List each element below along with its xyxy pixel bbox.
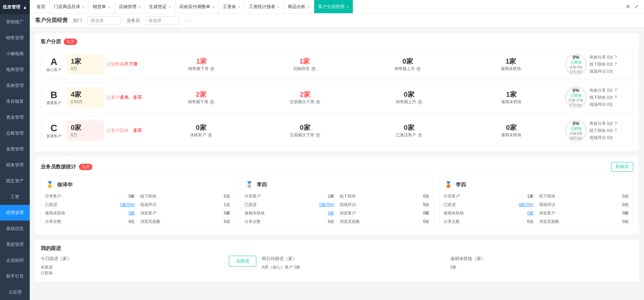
tier-B-circle: 0% 已联络 计划 17次 (7天/次) (565, 87, 587, 108)
tier-grid: A 核心客户 1家 0万 让销售额不下滑 1家 销售额下滑 ? (41, 49, 633, 146)
follow-section: 我的跟进 今日跟进（家） 未跟进 已联络 去跟进 明日待跟进（家） A类（核心）… (35, 240, 639, 281)
staff-stats-grid-1: 分管客户 1家 线下联络 0次 已跟进 0家(0%) 现场拜访 (244, 193, 430, 225)
more-options-icon[interactable]: ··· (185, 17, 192, 24)
tier-A-action: 让销售额不下滑 (107, 61, 147, 67)
sidebar-header[interactable]: 批发管理 ▲ (0, 0, 30, 14)
go-follow-button[interactable]: 去跟进 (229, 256, 256, 267)
expand-icon[interactable]: ⤢ (634, 3, 639, 10)
tier-B-action: 让客户多来、多买 (107, 94, 147, 100)
stat-activated-C[interactable]: 0家 已激活客户 ? (395, 123, 423, 138)
tier-C-count: 0家 0万 (67, 120, 104, 141)
tier-C-right-info: 有效分享 0次 ? 线下联络 0次 ? 现场拜访 0次 (589, 121, 630, 141)
tomorrow-follow-content: A类（核心）客户 0家 (262, 264, 445, 270)
stat-freq-drop-B[interactable]: 2家 交易频次下滑 ? (290, 90, 320, 105)
staff-stats-badge: 九月 (79, 164, 92, 170)
tab-store-manage[interactable]: 店铺管理 × (115, 0, 145, 14)
tab-bar: 首页 门店商品目录 × 销货单 × 店铺管理 × 生成凭证 × 应收应付调整单 … (30, 0, 644, 14)
staff-stat-overdue-2: 逾期未联络 0家 (444, 210, 533, 216)
sidebar-item-finance[interactable]: 资金管理 (0, 110, 30, 125)
sidebar-item-tax[interactable]: 税务管理 (0, 157, 30, 173)
tab-close-sales-order[interactable]: × (108, 5, 110, 9)
follow-grid: 今日跟进（家） 未跟进 已联络 去跟进 明日待跟进（家） A类（核心）客户 0家 (41, 256, 633, 276)
staff-stat-managed-1: 分管客户 1家 (244, 193, 334, 199)
staff-stats-grid-0: 分管客户 0家 线下联络 0次 已跟进 1家(0%) 现场拜访 (45, 193, 230, 225)
tab-close-product-analysis[interactable]: × (307, 5, 309, 9)
tab-close-store-manage[interactable]: × (138, 5, 141, 9)
tab-close-voucher[interactable]: × (169, 5, 171, 9)
tab-customer-tier[interactable]: 客户分层经营 × (314, 0, 353, 14)
stat-repurchase-A[interactable]: 1家 回购异常 ? (291, 57, 318, 72)
staff-stat-share-1: 分享次数 0次 (244, 219, 334, 225)
tab-sales-order[interactable]: 销货单 × (89, 0, 114, 14)
tab-close-payroll-report[interactable]: × (277, 5, 279, 9)
staff-stats-title: 业务员数据统计 (41, 164, 76, 170)
staff-stat-overdue-0: 逾期未联络 0家 (45, 210, 135, 216)
tier-C-action: 让客户回来、多买 (107, 128, 147, 134)
sidebar-item-ecommerce[interactable]: 电商管理 (0, 62, 30, 78)
go-follow-btn-area: 去跟进 (229, 256, 256, 267)
tab-ar-ap[interactable]: 应收应付调整单 × (175, 0, 219, 14)
sidebar-item-cloud[interactable]: 云应用 (0, 284, 30, 300)
staff-stat-page-0: 浏览页面数 0次 (140, 219, 230, 225)
tab-close-payslip[interactable]: × (238, 5, 240, 9)
stat-overdue-C[interactable]: 0家 逾期未联络 (498, 123, 525, 138)
staff-stat-managed-2: 分管客户 1家 (444, 193, 533, 199)
stat-dormant-C[interactable]: 0家 休眠客户 ? (188, 123, 215, 138)
stat-overdue-A[interactable]: 1家 逾期未联络 (497, 57, 524, 72)
list-view-button[interactable]: 列表式 (611, 162, 633, 171)
tier-B-count: 4家 0.53万 (67, 87, 104, 108)
toolbar: 客户分层经营 部门 请选择 业务员 请选择 ··· (30, 14, 644, 28)
page-title: 客户分层经营 (35, 17, 68, 24)
staff-stats-header: 业务员数据统计 九月 列表式 (41, 162, 633, 171)
sidebar-item-marketing[interactable]: 营销推广 (0, 14, 30, 30)
staff-medal-1: 🥈 (244, 180, 254, 189)
sidebar-item-system[interactable]: 系统管理 (0, 237, 30, 253)
tab-payslip[interactable]: 工资表 × (219, 0, 244, 14)
tab-close-ar-ap[interactable]: × (212, 5, 214, 9)
sidebar-collapse-icon[interactable]: ▲ (23, 5, 27, 10)
dept-select[interactable]: 请选择 (87, 16, 121, 25)
sidebar-item-collab[interactable]: 企业协同 (0, 253, 30, 269)
customer-tier-header: 客户分层 九月 (41, 39, 633, 45)
sidebar-item-payroll[interactable]: 工资 (0, 189, 30, 205)
staff-card-header-0: 🥇 徐泽华 (45, 180, 230, 189)
sidebar-item-assets[interactable]: 固定资产 (0, 173, 30, 189)
sidebar-item-inventory[interactable]: 库存核算 (0, 94, 30, 110)
tab-payroll-report[interactable]: 工资统计报表 × (245, 0, 284, 14)
sidebar-item-purchase[interactable]: 采购管理 (0, 78, 30, 94)
staff-select[interactable]: 请选择 (145, 16, 179, 25)
sidebar-item-sales[interactable]: 销售管理 (0, 30, 30, 46)
stat-sales-drop-A[interactable]: 1家 销售额下滑 ? (188, 57, 215, 72)
customer-tier-title: 客户分层 (41, 39, 61, 45)
sidebar-item-basic-info[interactable]: 基础信息 (0, 221, 30, 237)
tier-row-A: A 核心客户 1家 0万 让销售额不下滑 1家 销售额下滑 ? (41, 49, 633, 79)
sidebar-title: 批发管理 (3, 4, 20, 10)
tab-store-products[interactable]: 门店商品目录 × (50, 0, 89, 14)
staff-stats-grid-2: 分管客户 1家 线下联络 0次 已跟进 0家(0%) 现场拜访 (444, 193, 629, 225)
sidebar-item-guide[interactable]: 新手引导 (0, 269, 30, 284)
stat-sales-rise-B[interactable]: 0家 销售额上升 ? (395, 90, 423, 105)
sidebar-item-ecommerce-small[interactable]: 小畅电商 (0, 46, 30, 62)
staff-label: 业务员 (127, 18, 140, 24)
stat-sales-rise-A[interactable]: 0家 销售额上升 ? (394, 57, 421, 72)
tab-close-store-products[interactable]: × (82, 5, 84, 9)
sidebar-item-ledger[interactable]: 总账管理 (0, 125, 30, 141)
tier-C-label: C 普通客户 (44, 123, 64, 139)
stat-overdue-B[interactable]: 1家 逾期未联络 (498, 90, 525, 105)
tab-product-analysis[interactable]: 商品分析 × (284, 0, 314, 14)
tier-C-stats: 0家 休眠客户 ? 0家 交易频次下滑 ? 0家 已激活客户 ? 0家 (150, 123, 562, 138)
staff-stat-offline-2: 线下联络 0次 (539, 193, 629, 199)
stat-sales-drop-B[interactable]: 2家 销售额下滑 ? (188, 90, 215, 105)
sidebar-item-invoice[interactable]: 发票管理 (0, 141, 30, 157)
tab-close-customer-tier[interactable]: × (347, 5, 349, 9)
sidebar-item-management[interactable]: 经营管理 (0, 205, 30, 221)
stat-freq-drop-C[interactable]: 0家 交易频次下滑 ? (290, 123, 320, 138)
close-all-icon[interactable]: ✕ (626, 3, 630, 10)
tab-voucher[interactable]: 生成凭证 × (145, 0, 175, 14)
staff-stat-visit-0: 现场拜访 1次 (140, 202, 230, 208)
tab-home[interactable]: 首页 (33, 0, 50, 14)
tomorrow-follow-block: 明日待跟进（家） A类（核心）客户 0家 (262, 256, 445, 270)
staff-name-0: 徐泽华 (57, 182, 72, 188)
staff-stat-followed-2: 已跟进 0家(0%) (444, 202, 533, 208)
staff-stat-offline-0: 线下联络 0次 (140, 193, 230, 199)
